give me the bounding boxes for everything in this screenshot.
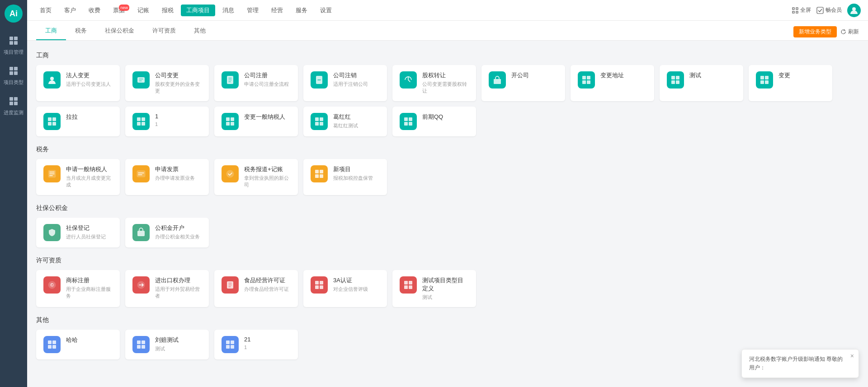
card-icon-xinxiangmu — [311, 165, 328, 182]
nav-bookkeep[interactable]: 记账 — [132, 5, 155, 16]
card-title-zhuce: 公司注册 — [244, 71, 291, 79]
card-desc-zhuxiao: 适用于注销公司 — [333, 81, 380, 88]
card-content-qianqiqq: 前期QQ — [422, 113, 469, 122]
card-gu-quan[interactable]: 股权转让 公司变更需要股权转让 — [392, 65, 476, 101]
avatar[interactable] — [847, 4, 861, 17]
nav-service[interactable]: 服务 — [290, 5, 313, 16]
svg-rect-24 — [494, 79, 501, 84]
sidebar-item-progress-monitor[interactable]: 进度监测 — [0, 90, 27, 121]
svg-rect-78 — [52, 340, 56, 344]
card-bian-geng-di-zhi[interactable]: 变更地址 — [571, 65, 654, 101]
section-title-xuke: 许可资质 — [36, 256, 859, 265]
card-icon-biangeng-yiban — [222, 113, 239, 130]
card-title-3a: 3A认证 — [333, 276, 380, 284]
tab-gongshang[interactable]: 工商 — [36, 22, 66, 40]
card-fa-ren-bian-geng[interactable]: 法人变更 适用于公司变更法人 — [36, 65, 120, 101]
card-content-liupei: 刘赔测试 测试 — [155, 336, 202, 352]
member-label: 畅会员 — [826, 6, 842, 14]
tab-other[interactable]: 其他 — [185, 22, 215, 40]
svg-rect-13 — [14, 102, 18, 105]
card-title-lala: 拉拉 — [66, 113, 113, 121]
card-title-qianqiqq: 前期QQ — [422, 113, 469, 121]
card-icon-fa-ren — [43, 71, 61, 89]
card-she-bao-deng-ji[interactable]: 社保登记 进行人员社保登记 — [36, 218, 120, 247]
card-title-gongjijin: 公积金开户 — [155, 224, 202, 232]
card-gong-si-bian-geng[interactable]: 公司变更 股权变更外的业务变更 — [125, 65, 209, 101]
card-qian-qi-qq[interactable]: 前期QQ — [392, 107, 476, 136]
card-title-twentyone: 21 — [244, 336, 291, 343]
card-one[interactable]: 1 1 — [125, 107, 209, 136]
svg-rect-5 — [14, 41, 18, 45]
sidebar-item-project-manage[interactable]: 项目管理 — [0, 30, 27, 60]
svg-point-59 — [226, 170, 234, 177]
svg-point-20 — [50, 77, 54, 80]
svg-rect-54 — [409, 117, 412, 121]
card-ge-hong-hong[interactable]: 葛红红 葛红红测试 — [303, 107, 387, 136]
card-icon-qianqiqq — [400, 113, 417, 130]
card-content-twentyone: 21 1 — [244, 336, 291, 351]
card-liu-pei[interactable]: 刘赔测试 测试 — [125, 330, 209, 359]
card-icon-lala — [43, 113, 61, 130]
refresh-button[interactable]: 刷新 — [840, 28, 859, 36]
card-twenty-one[interactable]: 21 1 — [214, 330, 298, 359]
nav-client[interactable]: 客户 — [59, 5, 81, 16]
notification-popup: × 河北税务数字账户升级影响通知 尊敬的用户： — [741, 349, 859, 378]
card-jin-chu-kou[interactable]: 进出口权办理 适用于对外贸易经营者 — [125, 270, 209, 307]
nav-home[interactable]: 首页 — [34, 5, 57, 16]
progress-monitor-icon — [7, 95, 20, 107]
nav-industry[interactable]: 工商项目 — [181, 5, 215, 16]
card-la-la[interactable]: 拉拉 — [36, 107, 120, 136]
notification-close-button[interactable]: × — [850, 352, 854, 359]
card-title-biangeng2: 变更 — [778, 71, 825, 79]
ticket-badge: new — [119, 5, 129, 11]
svg-rect-15 — [796, 8, 798, 9]
tab-xuke[interactable]: 许可资质 — [143, 22, 185, 40]
card-icon-biangeng2 — [756, 71, 773, 89]
nav-message[interactable]: 消息 — [217, 5, 240, 16]
card-shen-qing-yi-ban[interactable]: 申请一般纳税人 当月或次月成变更完成 — [36, 159, 120, 195]
add-type-button[interactable]: 新增业务类型 — [793, 26, 837, 37]
member-btn[interactable]: 畅会员 — [816, 6, 842, 14]
tab-shuiwu[interactable]: 税务 — [66, 22, 96, 40]
nav-ticket[interactable]: 票据 new — [108, 5, 130, 16]
card-title-liupei: 刘赔测试 — [155, 336, 202, 344]
svg-rect-9 — [14, 71, 18, 75]
card-gong-si-zhu-ce[interactable]: 公司注册 申请公司注册全流程 — [214, 65, 298, 101]
card-shi-pin[interactable]: 食品经营许可证 办理食品经营许可证 — [214, 270, 298, 307]
sidebar-item-project-type[interactable]: 项目类型 — [0, 60, 27, 90]
svg-rect-47 — [226, 122, 230, 126]
card-3a-ren-zheng[interactable]: 3A认证 对企业信誉评级 — [303, 270, 387, 307]
card-gong-ji-jin[interactable]: 公积金开户 办理公积金相关业务 — [125, 218, 209, 247]
app-logo[interactable]: Ai — [5, 5, 23, 23]
card-gong-si-zhu-xiao[interactable]: 公司注销 适用于注销公司 — [303, 65, 387, 101]
nav-manage[interactable]: 管理 — [241, 5, 264, 16]
tab-shebao[interactable]: 社保公积金 — [96, 22, 143, 40]
card-content-jinchuku: 进出口权办理 适用于对外贸易经营者 — [155, 276, 202, 300]
card-ha-ha[interactable]: 哈哈 — [36, 330, 120, 359]
nav-collect[interactable]: 收费 — [83, 5, 106, 16]
svg-point-19 — [852, 7, 856, 11]
card-shang-biao[interactable]: © 商标注册 用于企业商标注册服务 — [36, 270, 120, 307]
card-shui-wu-bao-dao[interactable]: 税务报道+记账 拿到营业执照的新公司 — [214, 159, 298, 195]
nav-settings[interactable]: 设置 — [315, 5, 337, 16]
card-kai-gong-si[interactable]: 开公司 — [481, 65, 565, 101]
svg-rect-74 — [409, 281, 412, 284]
card-bian-geng2[interactable]: 变更 — [749, 65, 832, 101]
fullscreen-btn[interactable]: 全屏 — [792, 6, 811, 14]
card-desc-shipin: 办理食品经营许可证 — [244, 286, 291, 293]
card-desc-guquan: 公司变更需要股权转让 — [422, 81, 469, 95]
card-bian-geng-yi-ban[interactable]: 变更一般纳税人 — [214, 107, 298, 136]
avatar-icon — [849, 6, 859, 15]
card-icon-shangbiao: © — [43, 276, 61, 294]
svg-rect-64 — [137, 231, 145, 236]
svg-rect-36 — [765, 80, 769, 84]
nav-operation[interactable]: 经营 — [266, 5, 288, 16]
card-ce-shi-xiang-mu[interactable]: 测试项目类型目定义 测试 — [392, 270, 476, 307]
card-icon-dizhi — [578, 71, 595, 89]
svg-rect-58 — [137, 171, 145, 177]
card-shen-qing-fa-piao[interactable]: 申请发票 办理申请发票业务 — [125, 159, 209, 195]
card-ce-shi[interactable]: 测试 — [660, 65, 743, 101]
card-xin-xiang-mu[interactable]: 新项目 报税加税控盘保管 — [303, 159, 387, 195]
nav-tax[interactable]: 报税 — [156, 5, 179, 16]
svg-rect-12 — [9, 102, 13, 105]
